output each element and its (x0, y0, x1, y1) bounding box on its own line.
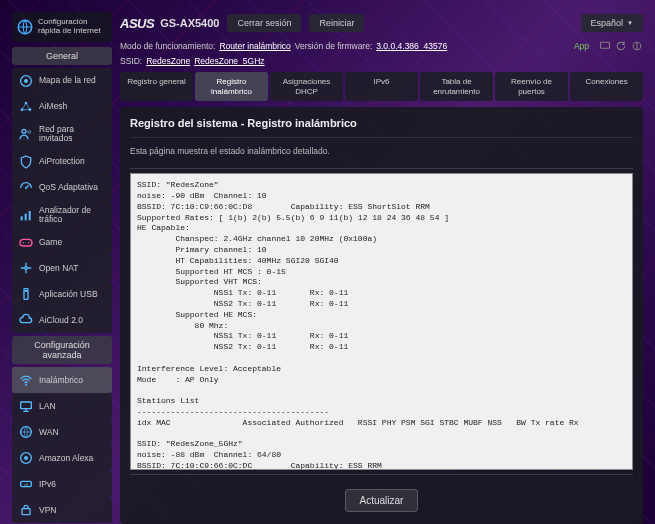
ssid-2[interactable]: RedesZone_5GHz (194, 56, 264, 66)
wireless-log-output[interactable]: SSID: "RedesZone" noise: -90 dBm Channel… (130, 173, 633, 470)
sidebar-item-opennat[interactable]: Open NAT (12, 255, 112, 281)
sidebar-label: Amazon Alexa (39, 454, 93, 463)
svg-point-8 (25, 187, 27, 189)
aimesh-icon (18, 99, 34, 115)
divider (130, 168, 633, 169)
vpn-icon (18, 502, 34, 518)
model-name: GS-AX5400 (160, 17, 219, 29)
game-icon (18, 234, 34, 250)
aiprotection-icon (18, 154, 34, 170)
sidebar-label: Game (39, 238, 62, 247)
sidebar-label: Mapa de la red (39, 76, 96, 85)
firmware-link[interactable]: 3.0.0.4.386_43576 (376, 41, 447, 51)
usb-icon (18, 286, 34, 302)
map-icon (18, 73, 34, 89)
language-select[interactable]: Español (581, 14, 643, 32)
ipv6s-icon: v6 (18, 476, 34, 492)
sidebar-item-usb[interactable]: Aplicación USB (12, 281, 112, 307)
feedback-icon[interactable] (599, 40, 611, 52)
tab-conns[interactable]: Conexiones (570, 72, 643, 101)
alexa-icon (18, 450, 34, 466)
section-advanced: Configuración avanzada (12, 336, 112, 364)
sidebar-item-guest[interactable]: Red para invitados (12, 120, 112, 149)
app-link[interactable]: App (574, 41, 589, 51)
page-description: Esta página muestra el estado inalámbric… (130, 138, 633, 164)
svg-point-7 (28, 131, 31, 134)
sidebar-item-vpn[interactable]: VPN (12, 497, 112, 523)
sidebar-item-game[interactable]: Game (12, 229, 112, 255)
svg-rect-25 (22, 509, 30, 515)
globe-settings-icon (16, 18, 34, 36)
sidebar-label: Inalámbrico (39, 376, 83, 385)
sidebar-label: AiProtection (39, 157, 85, 166)
sidebar-item-qos[interactable]: QoS Adaptativa (12, 175, 112, 201)
qos-icon (18, 180, 34, 196)
svg-point-14 (28, 242, 29, 243)
ssid-1[interactable]: RedesZone (146, 56, 190, 66)
sidebar-label: LAN (39, 402, 56, 411)
svg-rect-26 (601, 42, 610, 48)
aicloud-icon (18, 312, 34, 328)
svg-rect-12 (20, 240, 32, 247)
guest-icon (18, 126, 34, 142)
svg-rect-17 (25, 290, 28, 292)
sidebar-item-alexa[interactable]: Amazon Alexa (12, 445, 112, 471)
svg-rect-10 (25, 214, 27, 221)
page-title: Registro del sistema - Registro inalámbr… (130, 117, 633, 138)
tab-ipv6[interactable]: IPv6 (345, 72, 418, 101)
sidebar-item-wireless[interactable]: Inalámbrico (12, 367, 112, 393)
tab-wireless-log[interactable]: Registro inalámbrico (195, 72, 268, 101)
svg-point-6 (22, 130, 26, 134)
restart-button[interactable]: Reiniciar (309, 14, 364, 32)
sidebar-item-aicloud[interactable]: AiCloud 2.0 (12, 307, 112, 333)
svg-rect-9 (21, 216, 23, 220)
sidebar-item-aiprotection[interactable]: AiProtection (12, 149, 112, 175)
sidebar-item-aimesh[interactable]: AiMesh (12, 94, 112, 120)
svg-point-13 (23, 242, 24, 243)
svg-rect-11 (29, 211, 31, 220)
logout-button[interactable]: Cerrar sesión (227, 14, 301, 32)
sidebar-label: Aplicación USB (39, 290, 98, 299)
section-general: General (12, 47, 112, 65)
quick-setup-button[interactable]: Configuración rápida de Internet (12, 12, 112, 42)
info-row-2: SSID: RedesZone RedesZone_5GHz (120, 54, 643, 68)
svg-rect-19 (21, 402, 32, 409)
sidebar-label: WAN (39, 428, 59, 437)
sidebar-item-map[interactable]: Mapa de la red (12, 68, 112, 94)
tab-portfwd[interactable]: Reenvío de puertos (495, 72, 568, 101)
quick-setup-label: Configuración rápida de Internet (38, 18, 108, 36)
asus-logo: ASUS (120, 16, 154, 31)
sidebar-item-wan[interactable]: WAN (12, 419, 112, 445)
sidebar-label: QoS Adaptativa (39, 183, 98, 192)
sidebar-label: AiMesh (39, 102, 67, 111)
svg-point-22 (24, 456, 28, 460)
sidebar-label: Red para invitados (39, 125, 106, 144)
refresh-icon[interactable] (615, 40, 627, 52)
sidebar-label: AiCloud 2.0 (39, 316, 83, 325)
info-row-1: Modo de funcionamiento: Router inalámbri… (120, 38, 643, 54)
svg-point-18 (25, 384, 27, 386)
brand: ASUS GS-AX5400 (120, 16, 219, 31)
sidebar-item-traffic[interactable]: Analizador de tráfico (12, 201, 112, 230)
svg-point-2 (24, 79, 28, 83)
tab-dhcp[interactable]: Asignaciones DHCP (270, 72, 343, 101)
sidebar-item-ipv6s[interactable]: v6IPv6 (12, 471, 112, 497)
update-button[interactable]: Actualizar (345, 489, 419, 512)
svg-point-15 (25, 267, 28, 270)
divider (130, 474, 633, 475)
wan-icon (18, 424, 34, 440)
mode-link[interactable]: Router inalámbrico (219, 41, 290, 51)
tab-routing[interactable]: Tabla de enrutamiento (420, 72, 493, 101)
theme-icon[interactable] (631, 40, 643, 52)
sidebar-label: VPN (39, 506, 56, 515)
sidebar-label: IPv6 (39, 480, 56, 489)
sidebar-label: Open NAT (39, 264, 79, 273)
lan-icon (18, 398, 34, 414)
opennat-icon (18, 260, 34, 276)
wireless-icon (18, 372, 34, 388)
sidebar-label: Analizador de tráfico (39, 206, 106, 225)
traffic-icon (18, 207, 34, 223)
tab-general-log[interactable]: Registro general (120, 72, 193, 101)
sidebar-item-lan[interactable]: LAN (12, 393, 112, 419)
